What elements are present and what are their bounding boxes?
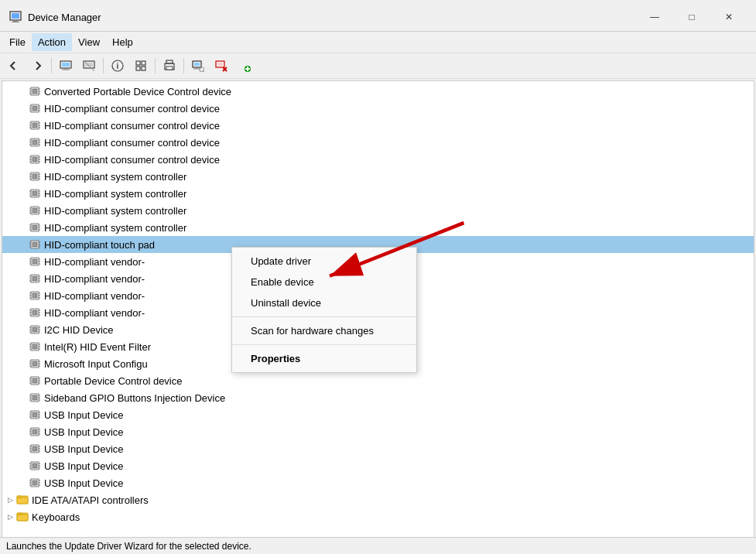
device-tree[interactable]: Converted Portable Device Control device… <box>2 80 754 554</box>
tree-label-portable: Portable Device Control device <box>44 375 182 387</box>
tree-item-usb1[interactable]: USB Input Device <box>2 406 754 423</box>
svg-rect-5 <box>62 63 70 67</box>
toolbar: i <box>0 53 756 79</box>
tree-item-converted[interactable]: Converted Portable Device Control device <box>2 83 754 100</box>
close-button[interactable]: ✕ <box>711 6 747 28</box>
tree-item-hid-sys1[interactable]: HID-compliant system controller <box>2 168 754 185</box>
svg-rect-202 <box>32 446 37 451</box>
svg-rect-34 <box>32 89 37 94</box>
tree-item-kbd[interactable]: ▷ Keyboards <box>2 508 754 525</box>
device-icon-portable <box>29 374 41 387</box>
device-icon-hid-vendor3 <box>29 289 41 302</box>
tree-item-portable[interactable]: Portable Device Control device <box>2 372 754 389</box>
computer-button[interactable] <box>55 56 77 76</box>
scan-button[interactable] <box>187 56 209 76</box>
show-all-button[interactable] <box>78 56 100 76</box>
status-bar: Launches the Update Driver Wizard for th… <box>0 537 756 554</box>
toolbar-separator-2 <box>103 58 104 74</box>
device-icon-hid4 <box>29 153 41 166</box>
svg-rect-19 <box>166 67 173 70</box>
device-icon-intel-hid <box>29 340 41 353</box>
tree-label-kbd: Keyboards <box>32 511 80 523</box>
info-button[interactable]: i <box>107 56 128 76</box>
svg-rect-226 <box>17 498 28 504</box>
tree-label-hid1: HID-compliant consumer control device <box>44 103 220 115</box>
tree-label-usb3: USB Input Device <box>44 443 124 455</box>
tree-label-usb1: USB Input Device <box>44 409 124 421</box>
svg-rect-90 <box>32 208 37 213</box>
tree-item-hid3[interactable]: HID-compliant consumer control device <box>2 134 754 151</box>
svg-rect-227 <box>17 496 22 498</box>
context-menu: Update driver Enable device Uninstall de… <box>231 247 417 373</box>
svg-rect-23 <box>193 69 200 70</box>
toolbar-separator-1 <box>51 58 52 74</box>
tree-label-usb4: USB Input Device <box>44 460 124 472</box>
device-icon-usb2 <box>29 426 41 438</box>
tree-label-intel-hid: Intel(R) HID Event Filter <box>44 341 151 353</box>
tree-label-hid-vendor2: HID-compliant vendor- <box>44 273 145 285</box>
window-controls: — □ ✕ <box>637 6 747 28</box>
menu-view[interactable]: View <box>72 33 106 51</box>
tree-label-hid-sys3: HID-compliant system controller <box>44 205 186 217</box>
tree-item-hid-sys3[interactable]: HID-compliant system controller <box>2 202 754 219</box>
expand-arrow-ide[interactable]: ▷ <box>5 495 15 504</box>
forward-button[interactable] <box>26 56 48 76</box>
device-icon-hid-sys4 <box>29 221 41 234</box>
main-content: Converted Portable Device Control device… <box>0 79 756 554</box>
context-properties[interactable]: Properties <box>232 348 416 369</box>
svg-rect-18 <box>166 60 173 63</box>
tree-item-usb3[interactable]: USB Input Device <box>2 440 754 457</box>
print-button[interactable] <box>159 56 180 76</box>
tree-label-hid-vendor3: HID-compliant vendor- <box>44 290 145 302</box>
svg-rect-7 <box>62 70 70 70</box>
svg-rect-106 <box>32 242 37 247</box>
tree-item-usb4[interactable]: USB Input Device <box>2 457 754 474</box>
context-scan-changes[interactable]: Scan for hardware changes <box>232 320 416 341</box>
expand-arrow-kbd[interactable]: ▷ <box>5 512 15 522</box>
svg-rect-16 <box>142 67 145 70</box>
minimize-button[interactable]: — <box>637 6 672 28</box>
tree-label-hid-sys2: HID-compliant system controller <box>44 188 186 200</box>
tree-label-hid-sys4: HID-compliant system controller <box>44 222 186 234</box>
device-icon-hid-vendor1 <box>29 255 41 268</box>
tree-item-ide[interactable]: ▷ IDE ATA/ATAPI controllers <box>2 491 754 508</box>
context-enable-device[interactable]: Enable device <box>232 272 416 292</box>
tree-item-hid-sys2[interactable]: HID-compliant system controller <box>2 185 754 202</box>
device-icon-usb5 <box>29 477 41 489</box>
tree-item-usb2[interactable]: USB Input Device <box>2 423 754 440</box>
tree-item-usb5[interactable]: USB Input Device <box>2 474 754 491</box>
device-icon-converted <box>29 85 41 97</box>
svg-rect-98 <box>32 225 37 230</box>
tree-item-hid-sys4[interactable]: HID-compliant system controller <box>2 219 754 236</box>
svg-rect-2 <box>13 20 18 22</box>
tree-label-ide: IDE ATA/ATAPI controllers <box>32 494 149 506</box>
device-icon-hid3 <box>29 136 41 149</box>
menu-action[interactable]: Action <box>32 33 72 51</box>
svg-rect-138 <box>32 310 37 315</box>
tree-item-hid4[interactable]: HID-compliant consumer control device <box>2 151 754 168</box>
svg-rect-27 <box>217 63 223 66</box>
svg-rect-22 <box>195 67 198 69</box>
svg-rect-58 <box>32 140 37 145</box>
svg-rect-229 <box>17 515 28 521</box>
svg-rect-162 <box>32 361 37 366</box>
menu-help[interactable]: Help <box>106 33 139 51</box>
back-button[interactable] <box>3 56 25 76</box>
tree-item-hid2[interactable]: HID-compliant consumer control device <box>2 117 754 134</box>
device-icon-hid-touch <box>29 238 41 251</box>
device-icon-i2c <box>29 323 41 336</box>
context-uninstall-device[interactable]: Uninstall device <box>232 292 416 313</box>
svg-rect-210 <box>32 463 37 468</box>
menu-file[interactable]: File <box>3 33 32 51</box>
maximize-button[interactable]: □ <box>674 6 710 28</box>
expand-button[interactable] <box>130 56 152 76</box>
tree-label-ms-input: Microsoft Input Configu <box>44 358 148 370</box>
context-update-driver[interactable]: Update driver <box>232 251 416 272</box>
add-button[interactable] <box>234 56 255 76</box>
remove-button[interactable] <box>210 56 232 76</box>
tree-item-sideband[interactable]: Sideband GPIO Buttons Injection Device <box>2 389 754 406</box>
svg-rect-82 <box>32 191 37 196</box>
device-icon-kbd <box>16 511 29 523</box>
svg-rect-6 <box>63 68 68 70</box>
tree-item-hid1[interactable]: HID-compliant consumer control device <box>2 100 754 117</box>
